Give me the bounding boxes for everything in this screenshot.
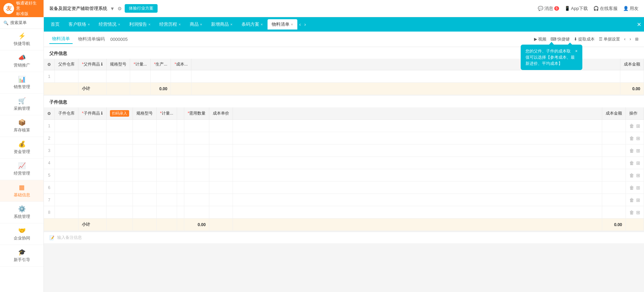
child-row-6-warehouse[interactable] — [55, 182, 78, 194]
tab-barcode-close[interactable]: × — [261, 22, 263, 26]
view-toggle-icon[interactable]: ⊞ — [635, 37, 639, 42]
child-row-4-unit-cost[interactable] — [209, 157, 233, 169]
child-row-6-qty[interactable] — [184, 182, 209, 194]
scan-input-btn[interactable]: 扫码录入 — [110, 110, 129, 117]
child-row-3-delete-icon[interactable]: 🗑 — [629, 148, 634, 153]
child-row-8-unit-cost[interactable] — [209, 206, 233, 219]
subnav-bom-list[interactable]: 物料清单 — [49, 34, 73, 44]
child-row-2-spec[interactable] — [133, 132, 157, 144]
child-row-1-unit-cost[interactable] — [209, 120, 233, 132]
settings-dropdown-icon[interactable]: ▼ — [110, 6, 115, 11]
child-row-8-delete-icon[interactable]: 🗑 — [629, 210, 634, 215]
parent-row-1-production[interactable] — [150, 70, 171, 83]
child-row-4-delete-icon[interactable]: 🗑 — [629, 160, 634, 166]
child-row-1-delete-icon[interactable]: 🗑 — [629, 123, 634, 129]
parent-row-1-warehouse[interactable] — [55, 70, 78, 83]
nav-prev-page-icon[interactable]: ‹ — [624, 37, 626, 42]
app-download-btn[interactable]: 📱 App下载 — [565, 5, 588, 12]
child-row-4-copy-icon[interactable]: ⊞ — [636, 160, 640, 166]
tab-goods-close[interactable]: × — [200, 22, 202, 26]
child-row-3-product[interactable] — [78, 144, 107, 157]
tab-home[interactable]: 首页 — [47, 19, 64, 30]
tab-bom-close[interactable]: × — [291, 22, 293, 26]
tab-customer-close[interactable]: × — [88, 22, 90, 26]
sidebar-item-system[interactable]: ⚙️ 系统管理 — [0, 202, 44, 223]
child-row-4-product[interactable] — [78, 157, 107, 169]
tab-goods[interactable]: 商品 × — [186, 19, 206, 30]
child-row-2-qty[interactable] — [184, 132, 209, 144]
experience-btn[interactable]: 体验行业方案 — [125, 4, 158, 13]
child-row-3-spec[interactable] — [133, 144, 157, 157]
child-row-6-spec[interactable] — [133, 182, 157, 194]
single-settings-btn[interactable]: ☰ 单据设置 — [599, 36, 620, 42]
tab-profit-close[interactable]: × — [148, 22, 150, 26]
child-row-6-product[interactable] — [78, 182, 107, 194]
tab-operations[interactable]: 经营情况 × — [95, 19, 124, 30]
tab-customer[interactable]: 客户联络 × — [64, 19, 94, 30]
child-row-8-qty[interactable] — [184, 206, 209, 219]
child-row-1-spec[interactable] — [133, 120, 157, 132]
child-row-3-unit-cost[interactable] — [209, 144, 233, 157]
child-row-2-unit[interactable] — [157, 132, 177, 144]
child-row-7-delete-icon[interactable]: 🗑 — [629, 197, 634, 203]
child-row-5-spec[interactable] — [133, 169, 157, 182]
nav-prev-icon[interactable]: ‹ — [298, 22, 302, 27]
child-row-8-unit[interactable] — [157, 206, 177, 219]
child-row-6-delete-icon[interactable]: 🗑 — [629, 185, 634, 190]
tab-bom[interactable]: 物料清单 × — [268, 19, 297, 30]
child-row-7-warehouse[interactable] — [55, 194, 78, 206]
child-row-7-unit-cost[interactable] — [209, 194, 233, 206]
extract-cost-btn[interactable]: ⬇ 提取成本 — [574, 36, 595, 42]
sidebar-item-enterprise[interactable]: 🤝 企业协同 — [0, 223, 44, 245]
nav-next-page-icon[interactable]: › — [630, 37, 631, 42]
tab-profit[interactable]: 利润报告 × — [125, 19, 154, 30]
sidebar-item-sales[interactable]: 📊 销售管理 — [0, 72, 44, 94]
sidebar-item-operations[interactable]: 📈 经营管理 — [0, 159, 44, 180]
child-row-6-unit-cost[interactable] — [209, 182, 233, 194]
user-menu[interactable]: 👤 用友 — [623, 5, 639, 12]
child-row-5-delete-icon[interactable]: 🗑 — [629, 173, 634, 178]
tab-new-goods-close[interactable]: × — [230, 22, 232, 26]
close-all-tabs-icon[interactable]: ✕ — [637, 21, 641, 28]
tab-history[interactable]: 经营历程 × — [155, 19, 185, 30]
child-row-3-warehouse[interactable] — [55, 144, 78, 157]
tab-barcode[interactable]: 条码方案 × — [237, 19, 267, 30]
parent-row-1-unit[interactable] — [130, 70, 151, 83]
video-btn[interactable]: ▶ 视频 — [534, 36, 546, 42]
child-row-6-unit[interactable] — [157, 182, 177, 194]
sidebar-item-inventory[interactable]: 📦 库存核算 — [0, 115, 44, 137]
nav-next-icon[interactable]: › — [303, 22, 307, 27]
child-row-5-copy-icon[interactable]: ⊞ — [636, 173, 640, 178]
child-row-2-delete-icon[interactable]: 🗑 — [629, 136, 634, 141]
tab-history-close[interactable]: × — [178, 22, 181, 26]
parent-col-gear[interactable]: ⚙ — [44, 59, 55, 70]
child-row-7-qty[interactable] — [184, 194, 209, 206]
child-row-2-unit-cost[interactable] — [209, 132, 233, 144]
sidebar-search-item[interactable]: 🔍 搜索菜单 — [0, 17, 44, 29]
child-row-5-warehouse[interactable] — [55, 169, 78, 182]
child-col-scan[interactable]: 扫码录入 — [107, 107, 133, 120]
child-row-7-product[interactable] — [78, 194, 107, 206]
child-row-5-product[interactable] — [78, 169, 107, 182]
child-row-3-qty[interactable] — [184, 144, 209, 157]
child-row-1-copy-icon[interactable]: ⊞ — [636, 123, 640, 129]
child-row-7-copy-icon[interactable]: ⊞ — [636, 197, 640, 203]
child-row-2-warehouse[interactable] — [55, 132, 78, 144]
tab-new-goods[interactable]: 新增商品 × — [207, 19, 236, 30]
sidebar-item-finance[interactable]: 💰 资金管理 — [0, 137, 44, 159]
sidebar-item-marketing[interactable]: 📣 营销推广 — [0, 50, 44, 72]
settings-gear-icon[interactable]: ⚙ — [117, 6, 122, 11]
child-row-5-unit[interactable] — [157, 169, 177, 182]
child-row-1-warehouse[interactable] — [55, 120, 78, 132]
online-service-btn[interactable]: 🎧 在线客服 — [593, 5, 618, 12]
child-row-5-qty[interactable] — [184, 169, 209, 182]
child-row-3-unit[interactable] — [157, 144, 177, 157]
child-row-3-copy-icon[interactable]: ⊞ — [636, 148, 640, 153]
child-row-1-unit[interactable] — [157, 120, 177, 132]
child-row-7-unit[interactable] — [157, 194, 177, 206]
parent-row-1-cost[interactable] — [171, 70, 191, 83]
note-placeholder[interactable]: 输入备注信息 — [57, 235, 82, 241]
child-row-7-spec[interactable] — [133, 194, 157, 206]
child-row-4-unit[interactable] — [157, 157, 177, 169]
child-row-8-warehouse[interactable] — [55, 206, 78, 219]
